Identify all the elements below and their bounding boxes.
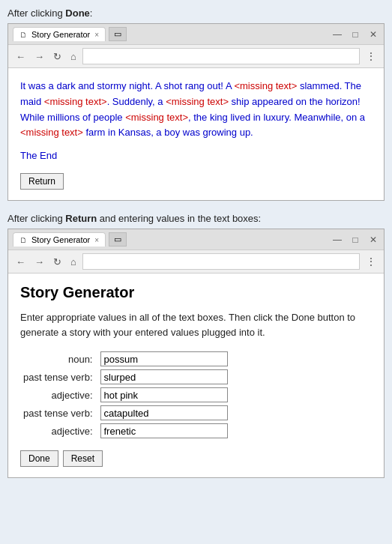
tab-close-1[interactable]: × [94, 31, 99, 39]
browser-content-1: It was a dark and stormy night. A shot r… [8, 68, 384, 200]
missing-text-1: <missing text> [234, 80, 297, 91]
section2-label: After clicking Return and entering value… [7, 213, 385, 224]
browser-tab-1[interactable]: 🗋 Story Generator × [13, 27, 106, 41]
form-row: past tense verb: [20, 404, 231, 422]
back-btn-2[interactable]: ← [13, 255, 28, 269]
field-input-cell-1 [97, 368, 231, 386]
instructions: Enter appropriate values in all of the t… [20, 310, 372, 339]
minimize-btn-2[interactable]: — [331, 234, 343, 246]
browser-titlebar-2: 🗋 Story Generator × ▭ — □ ✕ [8, 229, 384, 250]
field-input-cell-4 [97, 422, 231, 440]
refresh-btn-2[interactable]: ↻ [50, 255, 64, 269]
new-tab-btn-2[interactable]: ▭ [109, 232, 127, 247]
tab-close-2[interactable]: × [94, 236, 99, 244]
tab-area-2: 🗋 Story Generator × ▭ [13, 232, 327, 247]
field-label-2: adjective: [20, 386, 97, 404]
address-bar-1[interactable] [82, 48, 360, 64]
maximize-btn-2[interactable]: □ [349, 234, 361, 246]
address-bar-2[interactable] [82, 253, 360, 270]
menu-btn-1[interactable]: ⋮ [363, 49, 379, 64]
field-label-0: noun: [20, 350, 97, 368]
browser-toolbar-2: ← → ↻ ⌂ ⋮ [8, 250, 384, 273]
close-btn-1[interactable]: ✕ [367, 28, 379, 40]
section1-label: After clicking Done: [7, 7, 385, 19]
story-paragraph: It was a dark and stormy night. A shot r… [20, 79, 372, 141]
missing-text-2: <missing text> [44, 96, 107, 107]
window-controls-1: — □ ✕ [331, 28, 379, 40]
return-button[interactable]: Return [20, 173, 64, 190]
forward-btn-2[interactable]: → [31, 255, 47, 269]
tab-favicon-1: 🗋 [19, 31, 27, 39]
home-btn-1[interactable]: ⌂ [67, 49, 79, 64]
form-row: adjective: [20, 386, 231, 404]
browser-titlebar-1: 🗋 Story Generator × ▭ — □ ✕ [8, 24, 384, 45]
story-text-3: . Suddenly, a [107, 96, 166, 107]
field-label-1: past tense verb: [20, 368, 97, 386]
story-text-1: It was a dark and stormy night. A shot r… [20, 80, 234, 91]
missing-text-4: <missing text> [125, 112, 188, 123]
field-input-cell-2 [97, 386, 231, 404]
maximize-btn-1[interactable]: □ [349, 28, 361, 40]
field-input-cell-3 [97, 404, 231, 422]
browser-window-2: 🗋 Story Generator × ▭ — □ ✕ ← → ↻ ⌂ ⋮ St… [7, 229, 385, 478]
browser-content-2: Story Generator Enter appropriate values… [8, 273, 384, 477]
done-button[interactable]: Done [20, 450, 58, 467]
tab-area-1: 🗋 Story Generator × ▭ [13, 27, 327, 41]
menu-btn-2[interactable]: ⋮ [363, 254, 379, 269]
tab-label-2: Story Generator [31, 235, 90, 244]
close-btn-2[interactable]: ✕ [367, 234, 379, 246]
field-input-4[interactable] [100, 423, 228, 438]
missing-text-3: <missing text> [166, 96, 229, 107]
form-row: noun: [20, 350, 231, 368]
form-row: adjective: [20, 422, 231, 440]
field-label-4: adjective: [20, 422, 97, 440]
browser-window-1: 🗋 Story Generator × ▭ — □ ✕ ← → ↻ ⌂ ⋮ It… [7, 23, 385, 201]
field-input-cell-0 [97, 350, 231, 368]
new-tab-btn-1[interactable]: ▭ [109, 27, 127, 41]
reset-button[interactable]: Reset [63, 450, 103, 467]
field-input-1[interactable] [100, 369, 228, 384]
browser-toolbar-1: ← → ↻ ⌂ ⋮ [8, 45, 384, 68]
field-label-3: past tense verb: [20, 404, 97, 422]
forward-btn-1[interactable]: → [31, 49, 47, 64]
page-title: Story Generator [20, 284, 372, 301]
field-input-3[interactable] [100, 405, 228, 420]
minimize-btn-1[interactable]: — [331, 28, 343, 40]
missing-text-5: <missing text> [20, 127, 83, 138]
tab-label-1: Story Generator [31, 30, 90, 39]
window-controls-2: — □ ✕ [331, 234, 379, 246]
form-row: past tense verb: [20, 368, 231, 386]
home-btn-2[interactable]: ⌂ [67, 255, 79, 269]
back-btn-1[interactable]: ← [13, 49, 28, 64]
field-input-2[interactable] [100, 387, 228, 402]
the-end: The End [20, 150, 372, 161]
browser-tab-2[interactable]: 🗋 Story Generator × [13, 232, 106, 247]
form-buttons: Done Reset [20, 450, 372, 467]
refresh-btn-1[interactable]: ↻ [50, 49, 64, 64]
field-input-0[interactable] [100, 351, 228, 366]
story-text-6: farm in Kansas, a boy was growing up. [83, 127, 253, 138]
story-text-5: , the king lived in luxury. Meanwhile, o… [188, 112, 365, 123]
tab-favicon-2: 🗋 [19, 236, 27, 244]
form-table: noun: past tense verb: adjective: past t… [20, 350, 231, 440]
